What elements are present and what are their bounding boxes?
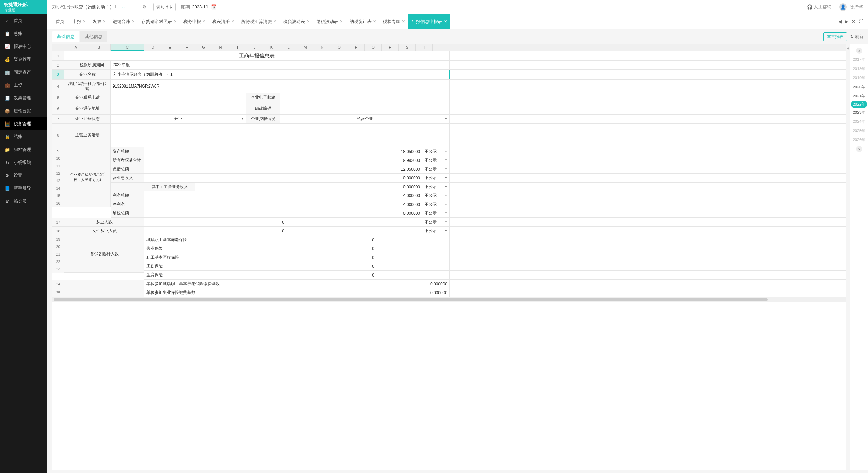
col-header[interactable]: Q (365, 44, 382, 51)
row-header[interactable]: 22 (52, 258, 64, 265)
tab-invoice[interactable]: 发票✕ (89, 14, 109, 29)
col-header[interactable]: E (161, 44, 178, 51)
old-version-button[interactable]: 切到旧版 (153, 3, 176, 11)
horizontal-scrollbar[interactable] (52, 297, 846, 302)
row-header[interactable]: 17 (52, 218, 64, 226)
nav-guide[interactable]: 📘新手引导 (0, 182, 47, 195)
profit[interactable]: -4.000000 (144, 191, 422, 200)
row-header[interactable]: 2 (52, 61, 64, 69)
fullscreen-button[interactable]: ⛶ (859, 19, 863, 24)
year-up-button[interactable]: ∧ (856, 48, 862, 54)
col-header[interactable]: O (331, 44, 348, 51)
close-icon[interactable]: ✕ (103, 19, 106, 24)
medical-count[interactable]: 0 (297, 253, 450, 262)
injury-count[interactable]: 0 (297, 262, 450, 270)
nav-inout[interactable]: 📦进销台账 (0, 105, 47, 117)
publish-dropdown[interactable]: 不公示 (422, 147, 450, 156)
calendar-icon[interactable]: 📅 (210, 3, 218, 11)
close-icon[interactable]: ✕ (83, 19, 86, 24)
main-revenue[interactable]: 0.000000 (195, 183, 422, 191)
col-header[interactable]: C (111, 44, 144, 51)
row-header[interactable]: 19 (52, 235, 64, 243)
chevron-down-icon[interactable]: ⌄ (122, 4, 125, 10)
period-value[interactable]: 2023-11 (192, 4, 208, 10)
close-icon[interactable]: ✕ (402, 19, 405, 24)
employees[interactable]: 0 (144, 218, 422, 226)
tabs-prev-button[interactable]: ◀ (838, 19, 842, 24)
company-name-value[interactable]: 刘小艳演示账套（勿删勿动！）1 (111, 70, 450, 79)
close-icon[interactable]: ✕ (373, 19, 376, 24)
collapse-year-panel[interactable]: ◀ (846, 44, 850, 470)
tab-home[interactable]: 首页 (52, 14, 68, 29)
row-header[interactable]: 21 (52, 250, 64, 258)
close-icon[interactable]: ✕ (202, 19, 205, 24)
col-header[interactable]: P (348, 44, 365, 51)
row-header[interactable]: 9 (52, 147, 64, 155)
pension-base[interactable]: 0.000000 (314, 280, 450, 288)
year-option[interactable]: 2017年 (853, 55, 865, 64)
col-header[interactable]: J (246, 44, 263, 51)
pension-count[interactable]: 0 (297, 235, 450, 244)
year-down-button[interactable]: ∨ (856, 146, 862, 152)
account-selector[interactable]: 刘小艳演示账套（勿删勿动！）1 (52, 4, 116, 10)
status-dropdown[interactable]: 开业 (111, 115, 246, 123)
year-option[interactable]: 2025年 (853, 126, 865, 135)
unemployment-count[interactable]: 0 (297, 244, 450, 253)
tabs-next-button[interactable]: ▶ (845, 19, 848, 24)
row-header[interactable]: 20 (52, 243, 64, 250)
reset-report-button[interactable]: 重置报表 (823, 32, 847, 41)
nav-home[interactable]: ⌂首页 (0, 14, 47, 27)
row-header[interactable]: 12 (52, 170, 64, 177)
nav-salary[interactable]: 💼工资 (0, 79, 47, 92)
row-header[interactable]: 18 (52, 227, 64, 235)
phone-value[interactable] (111, 93, 246, 102)
zip-value[interactable] (280, 102, 450, 114)
publish-dropdown[interactable]: 不公示 (422, 200, 450, 209)
col-header[interactable]: T (416, 44, 433, 51)
tab-income-tax[interactable]: 所得税汇算清缴✕ (238, 14, 280, 29)
col-header[interactable]: S (399, 44, 416, 51)
col-header[interactable]: H (212, 44, 229, 51)
tab-stock-alias[interactable]: 存货别名对照表✕ (138, 14, 180, 29)
tab-annual-report[interactable]: 年报信息申报表✕ (408, 14, 450, 29)
tab-tax-list[interactable]: 税表清册✕ (209, 14, 238, 29)
col-header[interactable]: M (297, 44, 314, 51)
year-option[interactable]: 2019年 (853, 73, 865, 82)
publish-dropdown[interactable]: 不公示 (422, 209, 450, 217)
tab-declare[interactable]: !申报✕ (68, 14, 89, 29)
year-option[interactable]: 2026年 (853, 135, 865, 145)
row-header[interactable]: 7 (52, 115, 64, 123)
publish-dropdown[interactable]: 不公示 (422, 165, 450, 173)
nav-assets[interactable]: 🏢固定资产 (0, 66, 47, 79)
close-icon[interactable]: ✕ (340, 19, 343, 24)
year-option-active[interactable]: 2022年 (851, 101, 867, 108)
revenue[interactable]: 0.000000 (144, 174, 422, 182)
reg-code-value[interactable]: 91320811MA7NGR2W6R (111, 80, 450, 93)
col-header[interactable]: F (178, 44, 195, 51)
nav-funds[interactable]: 💰资金管理 (0, 53, 47, 66)
subtab-basic[interactable]: 基础信息 (52, 31, 79, 42)
tabs-close-all-button[interactable]: ✕ (852, 19, 855, 24)
publish-dropdown[interactable]: 不公示 (422, 218, 450, 226)
publish-dropdown[interactable]: 不公示 (422, 227, 450, 235)
female-employees[interactable]: 0 (144, 227, 422, 235)
col-header[interactable]: K (263, 44, 280, 51)
row-header[interactable]: 4 (52, 80, 64, 93)
row-header[interactable]: 8 (52, 124, 64, 147)
email-value[interactable] (280, 93, 450, 102)
col-header[interactable]: L (280, 44, 297, 51)
net-profit[interactable]: -4.000000 (144, 200, 422, 209)
avatar[interactable]: 👤 (839, 3, 847, 11)
close-icon[interactable]: ✕ (132, 19, 135, 24)
col-header[interactable]: A (64, 44, 87, 51)
nav-ledger[interactable]: 📋总账 (0, 27, 47, 40)
year-option[interactable]: 2024年 (853, 117, 865, 126)
row-header[interactable]: 16 (52, 200, 64, 207)
total-assets[interactable]: 18.050000 (144, 147, 422, 156)
close-icon[interactable]: ✕ (231, 19, 234, 24)
liabilities[interactable]: 12.050000 (144, 165, 422, 173)
year-option[interactable]: 2020年 (853, 82, 865, 92)
close-icon[interactable]: ✕ (307, 19, 310, 24)
row-header[interactable]: 10 (52, 155, 64, 162)
equity[interactable]: 9.992000 (144, 156, 422, 165)
